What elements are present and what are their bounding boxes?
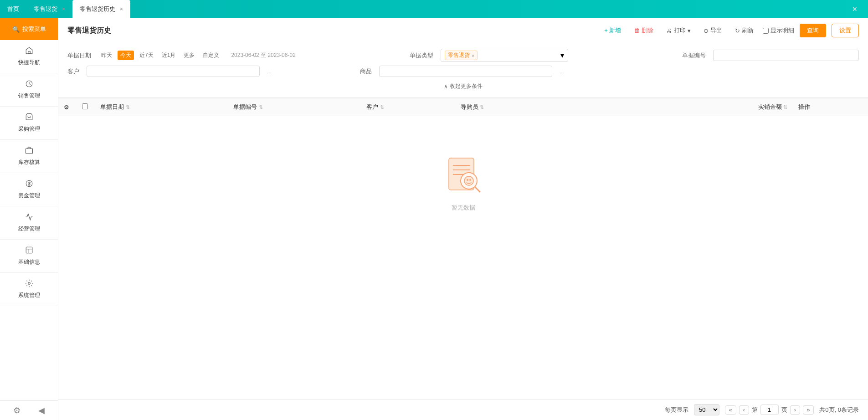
customer-sort-icon[interactable]: ⇅ — [380, 104, 384, 110]
goods-input[interactable] — [379, 66, 552, 77]
collapse-filter-button[interactable]: ∧ 收起更多条件 — [442, 81, 484, 92]
filter-area: 单据日期 昨天 今天 近7天 近1月 更多 自定义 2023-06-02 至 2… — [58, 43, 868, 98]
page-unit: 页 — [781, 406, 787, 414]
th-customer: 客户 ⇅ — [361, 98, 455, 116]
svg-rect-0 — [28, 51, 30, 54]
topbar-right: × — [848, 5, 868, 14]
sidebar-item-finance[interactable]: 资金管理 — [0, 173, 58, 206]
system-icon — [25, 279, 33, 290]
th-amount — [569, 98, 660, 116]
last-page-button[interactable]: » — [803, 405, 814, 415]
settings-column-icon[interactable]: ⚙ — [64, 104, 69, 111]
sidebar-item-inventory[interactable]: 库存核算 — [0, 140, 58, 173]
sidebar-item-basic-info[interactable]: 基础信息 — [0, 240, 58, 273]
goods-filter-label: 商品 — [360, 67, 372, 76]
date-buttons: 昨天 今天 近7天 近1月 更多 自定义 — [98, 51, 222, 60]
customer-input[interactable] — [87, 66, 260, 77]
sidebar: 🔍 搜索菜单 快捷导航 销售管理 采购管理 库存核算 — [0, 18, 58, 420]
refresh-icon: ↻ — [735, 27, 740, 34]
th-actual-amount-label: 实销金额 — [758, 103, 782, 110]
th-settings: ⚙ — [58, 98, 77, 116]
type-tag-label: 零售退货 — [448, 51, 470, 59]
show-detail-label: 显示明细 — [770, 26, 794, 35]
new-button[interactable]: + 新增 — [601, 25, 625, 36]
tab-retail-return[interactable]: 零售退货 × — [26, 0, 72, 18]
sidebar-item-system[interactable]: 系统管理 — [0, 273, 58, 306]
sidebar-item-purchase[interactable]: 采购管理 — [0, 107, 58, 140]
search-menu-button[interactable]: 🔍 搜索菜单 — [0, 18, 58, 40]
date-btn-custom[interactable]: 自定义 — [200, 51, 222, 60]
settings-button[interactable]: 设置 — [832, 24, 859, 37]
export-icon: ⊙ — [704, 27, 709, 34]
tab-home[interactable]: 首页 — [0, 0, 26, 18]
sidebar-system-label: 系统管理 — [18, 292, 40, 299]
sidebar-item-sales[interactable]: 销售管理 — [0, 73, 58, 107]
th-bill-no: 单据编号 ⇅ — [228, 98, 361, 116]
content-area: 零售退货历史 + 新增 🗑 删除 🖨 打印 ▾ ⊙ 导出 ↻ 刷新 — [58, 18, 868, 420]
empty-icon — [441, 153, 486, 198]
basic-info-icon — [25, 246, 33, 256]
empty-text: 暂无数据 — [452, 204, 475, 212]
svg-rect-4 — [26, 247, 32, 253]
th-guide: 导购员 ⇅ — [455, 98, 569, 116]
bill-date-sort-icon[interactable]: ⇅ — [126, 104, 130, 110]
date-btn-1month[interactable]: 近1月 — [159, 51, 179, 60]
bill-no-filter-label: 单据编号 — [682, 51, 706, 60]
print-button[interactable]: 🖨 打印 ▾ — [663, 25, 694, 36]
type-filter-input[interactable]: 零售退货 × ▾ — [441, 49, 568, 62]
prev-page-button[interactable]: ‹ — [739, 405, 749, 415]
search-menu-label: 搜索菜单 — [22, 25, 46, 33]
sidebar-item-operations[interactable]: 经营管理 — [0, 206, 58, 240]
date-btn-yesterday[interactable]: 昨天 — [98, 51, 115, 60]
date-btn-today[interactable]: 今天 — [118, 51, 134, 60]
guide-sort-icon[interactable]: ⇅ — [480, 104, 484, 110]
sidebar-purchase-label: 采购管理 — [18, 125, 40, 133]
svg-rect-2 — [26, 149, 32, 154]
tab-bar: 首页 零售退货 × 零售退货历史 × — [0, 0, 848, 18]
sidebar-item-quick-nav[interactable]: 快捷导航 — [0, 40, 58, 73]
date-range-display: 2023-06-02 至 2023-06-02 — [231, 51, 295, 59]
next-page-button[interactable]: › — [790, 405, 800, 415]
window-close-button[interactable]: × — [848, 5, 861, 14]
th-actual-amount: 实销金额 ⇅ — [660, 98, 793, 116]
sidebar-finance-label: 资金管理 — [18, 192, 40, 200]
export-button[interactable]: ⊙ 导出 — [700, 25, 726, 36]
svg-point-8 — [464, 176, 473, 185]
bill-no-sort-icon[interactable]: ⇅ — [259, 104, 263, 110]
table-footer: 每页显示 10 20 50 100 « ‹ 第 页 › » 共0页, 0条记录 — [58, 399, 868, 420]
table-wrapper: ⚙ 单据日期 ⇅ 单据编号 ⇅ — [58, 98, 868, 399]
type-filter-label: 单据类型 — [410, 51, 433, 60]
bill-no-input[interactable] — [713, 50, 859, 61]
inventory-icon — [25, 146, 33, 157]
th-customer-label: 客户 — [366, 103, 378, 110]
date-btn-7days[interactable]: 近7天 — [137, 51, 156, 60]
type-dropdown-icon: ▾ — [560, 51, 564, 60]
delete-button[interactable]: 🗑 删除 — [630, 25, 657, 36]
refresh-button[interactable]: ↻ 刷新 — [731, 25, 757, 36]
page-size-select[interactable]: 10 20 50 100 — [694, 404, 719, 415]
tab-retail-return-history-close[interactable]: × — [120, 6, 123, 12]
main-layout: 🔍 搜索菜单 快捷导航 销售管理 采购管理 库存核算 — [0, 18, 868, 420]
sales-icon — [25, 80, 33, 90]
page-number-input[interactable] — [760, 405, 779, 415]
home-icon — [25, 46, 33, 57]
amount-sort-icon[interactable]: ⇅ — [783, 104, 787, 110]
type-tag-close[interactable]: × — [472, 53, 474, 58]
sidebar-sales-label: 销售管理 — [18, 92, 40, 100]
show-detail-checkbox[interactable] — [763, 28, 769, 34]
settings-gear-icon[interactable]: ⚙ — [13, 405, 21, 415]
tab-retail-return-close[interactable]: × — [62, 6, 65, 12]
select-all-checkbox[interactable] — [82, 103, 88, 109]
query-button[interactable]: 查询 — [800, 24, 826, 37]
sidebar-operations-label: 经营管理 — [18, 225, 40, 233]
page-word: 第 — [752, 406, 758, 414]
date-filter-label: 单据日期 — [67, 51, 91, 60]
first-page-button[interactable]: « — [725, 405, 736, 415]
show-detail-checkbox-area: 显示明细 — [763, 26, 794, 35]
tab-retail-return-history[interactable]: 零售退货历史 × — [72, 0, 130, 18]
sidebar-basic-info-label: 基础信息 — [18, 258, 40, 266]
collapse-sidebar-icon[interactable]: ◀ — [38, 405, 45, 415]
page-navigation: « ‹ 第 页 › » — [725, 405, 814, 415]
date-btn-more[interactable]: 更多 — [181, 51, 197, 60]
header-actions: + 新增 🗑 删除 🖨 打印 ▾ ⊙ 导出 ↻ 刷新 显示明细 — [601, 24, 859, 37]
